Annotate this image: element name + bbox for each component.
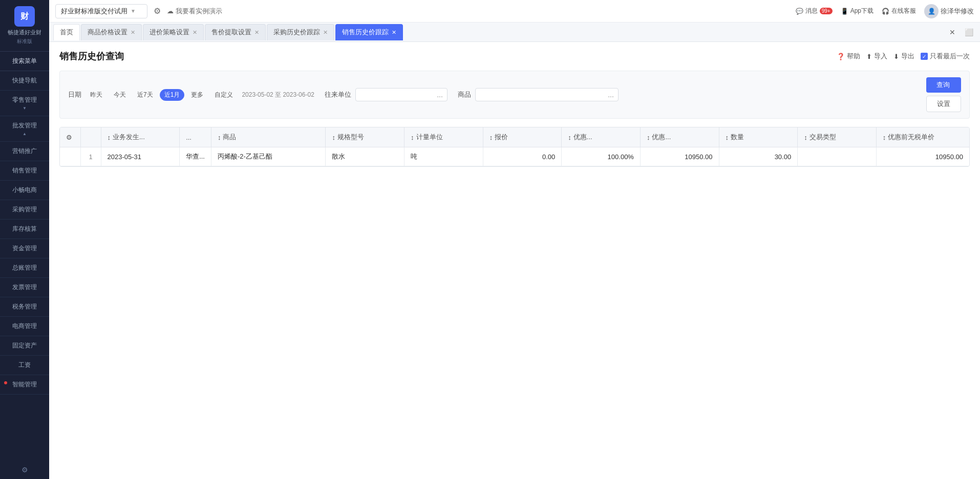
sidebar-item-marketing[interactable]: 营销推广 xyxy=(0,142,49,161)
sidebar-item-tax[interactable]: 税务管理 xyxy=(0,297,49,317)
th-spec[interactable]: ↕ 规格型号 xyxy=(326,127,404,147)
date-btn-last7[interactable]: 近7天 xyxy=(133,89,158,101)
sidebar-item-inventory[interactable]: 库存核算 xyxy=(0,220,49,239)
help-button[interactable]: ❓ 帮助 xyxy=(837,52,860,61)
settings-gear-icon[interactable]: ⚙ xyxy=(154,6,161,16)
tab-product-price[interactable]: 商品价格设置 ✕ xyxy=(81,24,142,40)
export-button[interactable]: ⬇ 导出 xyxy=(893,52,914,61)
logo-icon: 财 xyxy=(14,6,35,27)
headset-icon: 🎧 xyxy=(882,8,889,15)
tab-home[interactable]: 首页 xyxy=(53,24,80,40)
filter-product-group: 商品 ... xyxy=(458,88,619,101)
cell-list-price: 0.00 xyxy=(483,147,562,166)
logo-sub: 标准版 xyxy=(17,38,32,45)
chevron-icon: ▼ xyxy=(23,106,27,111)
message-icon: 💬 xyxy=(796,8,803,15)
tab-sales-history[interactable]: 销售历史价跟踪 ✕ xyxy=(335,24,403,40)
tab-maximize-button[interactable]: ⬜ xyxy=(962,25,976,39)
table-row[interactable]: 1 2023-05-31 华查... 丙烯酸-2-乙基己酯 散水 吨 0.00 … xyxy=(60,147,969,166)
product-picker-icon[interactable]: ... xyxy=(608,91,614,99)
date-btn-yesterday[interactable]: 昨天 xyxy=(86,89,107,101)
th-biz-date[interactable]: ↕ 业务发生... xyxy=(101,127,180,147)
cell-biz-date: 2023-05-31 xyxy=(101,147,180,166)
sidebar-item-ecommerce[interactable]: 电商管理 xyxy=(0,317,49,336)
messages-label: 消息 xyxy=(805,7,818,15)
filter-area: 日期 昨天 今天 近7天 近1月 更多 自定义 2023-05-02 至 202… xyxy=(59,71,970,119)
top-bar: 好业财标准版交付试用 ▼ ⚙ ☁ 我要看实例演示 💬 消息 99+ 📱 App下… xyxy=(49,0,980,23)
th-tx-type[interactable]: ↕ 交易类型 xyxy=(798,127,877,147)
tab-close-window-button[interactable]: ✕ xyxy=(945,25,960,39)
sidebar-item-nav[interactable]: 快捷导航 xyxy=(0,71,49,91)
tab-label: 商品价格设置 xyxy=(88,28,127,37)
date-btn-more[interactable]: 更多 xyxy=(186,89,208,101)
sidebar-item-assets[interactable]: 固定资产 xyxy=(0,336,49,356)
online-service-label: 在线客服 xyxy=(891,7,916,15)
sidebar-settings-button[interactable]: ⚙ xyxy=(0,461,49,479)
sidebar-item-purchase[interactable]: 采购管理 xyxy=(0,200,49,220)
date-btn-last1month[interactable]: 近1月 xyxy=(160,89,185,101)
th-more-cols[interactable]: ... xyxy=(180,127,211,147)
sidebar-item-payroll[interactable]: 工资 xyxy=(0,356,49,375)
tab-label: 销售历史价跟踪 xyxy=(342,28,389,37)
th-seq xyxy=(80,127,101,147)
online-service-button[interactable]: 🎧 在线客服 xyxy=(882,7,916,15)
th-gear[interactable]: ⚙ xyxy=(60,127,80,147)
date-btn-custom[interactable]: 自定义 xyxy=(210,89,238,101)
source-unit-input[interactable]: ... xyxy=(355,88,448,101)
tab-sale-extract[interactable]: 售价提取设置 ✕ xyxy=(205,24,266,40)
query-button[interactable]: 查询 xyxy=(926,77,961,93)
sidebar-item-retail[interactable]: 零售管理 ▼ xyxy=(0,91,49,116)
import-button[interactable]: ⬆ 导入 xyxy=(866,52,887,61)
sidebar-item-ecommerce-small[interactable]: 小畅电商 xyxy=(0,181,49,200)
main-area: 好业财标准版交付试用 ▼ ⚙ ☁ 我要看实例演示 💬 消息 99+ 📱 App下… xyxy=(49,0,980,479)
sidebar-item-invoice[interactable]: 发票管理 xyxy=(0,278,49,297)
tab-home-label: 首页 xyxy=(60,28,73,37)
cell-discount-rate: 100.00% xyxy=(562,147,641,166)
product-input[interactable]: ... xyxy=(475,88,619,101)
sidebar-search[interactable]: 搜索菜单 xyxy=(0,52,49,71)
user-menu[interactable]: 👤 徐泽华修改 xyxy=(924,4,974,18)
app-icon: 📱 xyxy=(841,8,848,15)
sidebar-item-sales[interactable]: 销售管理 xyxy=(0,161,49,181)
cell-spec: 散水 xyxy=(326,147,404,166)
sidebar-item-smart[interactable]: 智能管理 xyxy=(0,375,49,395)
th-pre-tax-price[interactable]: ↕ 优惠前无税单价 xyxy=(876,127,969,147)
date-btn-today[interactable]: 今天 xyxy=(109,89,131,101)
tab-pricing-strategy[interactable]: 进价策略设置 ✕ xyxy=(143,24,204,40)
th-unit[interactable]: ↕ 计量单位 xyxy=(404,127,483,147)
sidebar-item-label: 小畅电商 xyxy=(12,186,37,194)
settings-button[interactable]: 设置 xyxy=(926,96,961,112)
tab-label: 采购历史价跟踪 xyxy=(273,28,320,37)
avatar: 👤 xyxy=(924,4,939,18)
tab-close-icon[interactable]: ✕ xyxy=(392,29,396,36)
sidebar-item-label: 总账管理 xyxy=(12,264,37,272)
tab-close-icon[interactable]: ✕ xyxy=(323,29,328,36)
demo-link[interactable]: ☁ 我要看实例演示 xyxy=(167,7,222,16)
filter-source-unit-label: 往来单位 xyxy=(325,90,351,99)
page-title: 销售历史价查询 xyxy=(59,50,124,62)
tab-label: 售价提取设置 xyxy=(211,28,251,37)
last-only-checkbox[interactable]: ✓ 只看最后一次 xyxy=(921,52,970,61)
cell-tx-type xyxy=(798,147,877,166)
sidebar-item-label: 零售管理 xyxy=(12,96,37,104)
sidebar: 财 畅捷通好业财 标准版 搜索菜单 快捷导航 零售管理 ▼ 批发管理 ▲ 营销推… xyxy=(0,0,49,479)
sidebar-item-wholesale[interactable]: 批发管理 ▲ xyxy=(0,116,49,142)
th-list-price[interactable]: ↕ 报价 xyxy=(483,127,562,147)
page-content: 销售历史价查询 ❓ 帮助 ⬆ 导入 ⬇ 导出 ✓ 只看最后一次 xyxy=(49,42,980,479)
th-discount-price[interactable]: ↕ 优惠... xyxy=(640,127,719,147)
sidebar-item-accounting[interactable]: 总账管理 xyxy=(0,258,49,278)
sidebar-item-finance[interactable]: 资金管理 xyxy=(0,239,49,258)
tab-close-icon[interactable]: ✕ xyxy=(254,29,259,36)
sidebar-item-label: 库存核算 xyxy=(12,225,37,233)
source-unit-picker-icon[interactable]: ... xyxy=(437,91,443,99)
th-quantity[interactable]: ↕ 数量 xyxy=(719,127,798,147)
messages-button[interactable]: 💬 消息 99+ xyxy=(796,7,833,15)
tab-purchase-history[interactable]: 采购历史价跟踪 ✕ xyxy=(267,24,334,40)
app-download-button[interactable]: 📱 App下载 xyxy=(841,7,874,15)
th-product[interactable]: ↕ 商品 xyxy=(211,127,325,147)
product-selector[interactable]: 好业财标准版交付试用 ▼ xyxy=(55,4,147,18)
tab-close-icon[interactable]: ✕ xyxy=(131,29,135,36)
cell-pre-tax-price: 10950.00 xyxy=(876,147,969,166)
th-discount-rate[interactable]: ↕ 优惠... xyxy=(562,127,641,147)
tab-close-icon[interactable]: ✕ xyxy=(193,29,197,36)
